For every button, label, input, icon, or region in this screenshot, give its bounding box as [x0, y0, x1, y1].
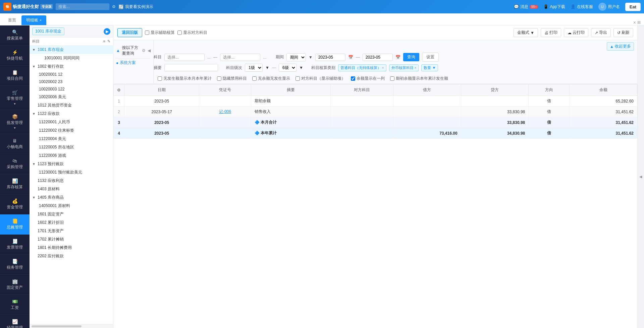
- initial-balance-checkbox-label[interactable]: 期初余额显示本年累计发生额: [390, 76, 448, 81]
- no-occur-checkbox[interactable]: [158, 76, 162, 81]
- sidebar-item-ecommerce[interactable]: 🖥 小畅电商: [0, 134, 30, 154]
- tree-node-11220001[interactable]: 11220001 人民币: [30, 118, 113, 126]
- tree-node-1405[interactable]: ▼ 1405 库存商品: [30, 193, 113, 202]
- sidebar-item-project[interactable]: 📋 项目合同: [0, 66, 30, 86]
- eat-button[interactable]: Eat: [625, 3, 641, 11]
- settings-icon[interactable]: ⚙: [112, 4, 116, 9]
- no-balance-checkbox[interactable]: [252, 76, 257, 81]
- top-search-input[interactable]: [56, 3, 109, 10]
- set-btn[interactable]: 设置: [422, 53, 439, 62]
- message-btn[interactable]: 💬 消息 99+: [514, 4, 538, 10]
- col-gear[interactable]: ⚙: [114, 84, 124, 96]
- tab-close-icon[interactable]: ×: [40, 18, 42, 22]
- print-btn[interactable]: 🖨 打印: [541, 28, 561, 37]
- tree-node-1012[interactable]: 1012 其他货币资金: [30, 101, 113, 110]
- window-expand-btn[interactable]: ⊞: [637, 20, 641, 25]
- foreign-tag-close-icon[interactable]: ×: [415, 66, 417, 70]
- tree-node-14050001[interactable]: 14050001 原材料: [30, 202, 113, 210]
- tree-node-10020002[interactable]: 10020002 23: [30, 78, 113, 85]
- sidebar-item-search[interactable]: 🔍 搜索菜单: [0, 25, 30, 46]
- tab-home[interactable]: 首页: [3, 15, 21, 25]
- sidebar-item-purchase[interactable]: 🛍 采购管理: [0, 154, 30, 174]
- sidebar-item-quick-nav[interactable]: ⚡ 快捷导航: [0, 46, 30, 66]
- tree-node-10020001[interactable]: 10020001 12: [30, 71, 113, 78]
- currency-btn[interactable]: 金额式 ▼: [514, 28, 538, 37]
- foreign-tag[interactable]: 外币核算科目 ×: [389, 64, 419, 71]
- tree-node-1403[interactable]: 1403 原材料: [30, 185, 113, 193]
- tree-node-1702[interactable]: 1702 累计摊销: [30, 235, 113, 244]
- tree-list-icon[interactable]: ≡: [103, 39, 105, 44]
- calendar-end-icon[interactable]: 📅: [395, 55, 400, 60]
- filter-left-arrow[interactable]: ◀: [148, 48, 151, 53]
- no-balance-checkbox-label[interactable]: 无余额无发生显示: [252, 76, 290, 81]
- sidebar-item-wholesale[interactable]: 📦 批发管理 ▼: [0, 110, 30, 134]
- tab-ledger[interactable]: 明细账 ×: [21, 15, 46, 25]
- tree-node-11220002[interactable]: 11220002 往来标签: [30, 126, 113, 135]
- sidebar-item-finance[interactable]: 💰 资金管理: [0, 194, 30, 214]
- tree-node-1123[interactable]: ▼ 1123 预付账款: [30, 160, 113, 168]
- demo-link[interactable]: 🔄 我要看实例演示: [118, 4, 153, 10]
- tree-node-10020003[interactable]: 10020003 122: [30, 85, 113, 93]
- subject-filter-input2[interactable]: [220, 54, 260, 61]
- app-download-btn[interactable]: 📱 App下载: [543, 4, 565, 10]
- sidebar-item-retail[interactable]: 🛒 零售管理 ▼: [0, 86, 30, 110]
- export-btn[interactable]: ↗ 导出: [591, 28, 611, 37]
- tree-selected-label[interactable]: 1001 库存现金: [32, 27, 64, 35]
- balance-in-one-checkbox-label[interactable]: 余额显示在一列: [351, 76, 385, 81]
- calendar-start-icon[interactable]: 📅: [348, 55, 353, 60]
- subject-tag-close-icon[interactable]: ×: [382, 66, 384, 70]
- user-area[interactable]: U 用户名: [598, 3, 620, 11]
- subject-check-tag[interactable]: 普通科目（无特殊核算） ×: [338, 64, 386, 71]
- opposite-subject-checkbox[interactable]: [296, 76, 300, 81]
- online-service-btn[interactable]: 👤 在线客服: [571, 4, 593, 10]
- period-end-input[interactable]: [363, 54, 393, 61]
- sidebar-item-invoice[interactable]: 🧾 发票管理: [0, 235, 30, 255]
- tree-node-1132[interactable]: 1132 应收利息: [30, 177, 113, 185]
- tree-node-11220006[interactable]: 11220006 游戏: [30, 151, 113, 160]
- initial-balance-checkbox[interactable]: [390, 76, 394, 81]
- subject-level-end-select[interactable]: 6级: [279, 64, 297, 72]
- period-start-input[interactable]: [315, 54, 345, 61]
- tree-node-1122[interactable]: ▼ 1122 应收款: [30, 110, 113, 118]
- subject-filter-input[interactable]: [164, 54, 205, 61]
- balance-in-one-checkbox[interactable]: [351, 76, 355, 81]
- right-collapse-panel[interactable]: ◀: [637, 25, 644, 328]
- tree-node-1601[interactable]: 1601 固定资产: [30, 210, 113, 218]
- return-old-btn[interactable]: 退回旧版: [117, 28, 142, 37]
- row-2-voucher[interactable]: 记-006: [199, 107, 251, 117]
- window-close-btn[interactable]: ×: [633, 20, 636, 25]
- tree-node-10010001[interactable]: 10010001 同同同同: [30, 54, 113, 62]
- quantity-tag[interactable]: 数量 ▼: [421, 64, 438, 71]
- hide-disable-checkbox-label[interactable]: 隐藏禁用科目: [217, 76, 247, 81]
- sidebar-item-inventory[interactable]: 📊 库存核算: [0, 174, 30, 194]
- sidebar-item-salary[interactable]: 💵 工资: [0, 295, 30, 315]
- tree-node-11230001[interactable]: 11230001 预付账款美元: [30, 168, 113, 177]
- tree-edit-icon[interactable]: ✎: [107, 39, 110, 44]
- tree-navigate-btn[interactable]: ▶: [104, 28, 110, 35]
- show-aux-check-label[interactable]: 显示辅助核算: [145, 30, 175, 36]
- subject-level-start-select[interactable]: 1级: [245, 64, 263, 72]
- sidebar-item-ledger[interactable]: 📒 总账管理: [0, 214, 30, 235]
- show-opposite-check-label[interactable]: 显示对方科目: [177, 30, 207, 36]
- tree-node-1801[interactable]: 1801 长期待摊费用: [30, 244, 113, 252]
- query-btn[interactable]: 查询: [403, 53, 419, 61]
- system-scheme-btn[interactable]: ● 系统方案: [116, 59, 151, 67]
- period-type-select[interactable]: 期间: [286, 53, 306, 61]
- collapse-more-btn[interactable]: ▲ 收起更多: [607, 42, 634, 51]
- tree-node-2202[interactable]: 2202 应付账款: [30, 252, 113, 260]
- hide-disable-checkbox[interactable]: [217, 76, 221, 81]
- sidebar-item-operations[interactable]: 📈 经营管理: [0, 315, 30, 328]
- settings-filter-icon[interactable]: ⚙: [142, 48, 146, 53]
- no-occur-checkbox-label[interactable]: 无发生额显示本月本年累计: [158, 76, 212, 81]
- show-opposite-checkbox[interactable]: [177, 30, 182, 35]
- tree-node-1002[interactable]: ▼ 1002 银行存款: [30, 62, 113, 71]
- sidebar-item-assets[interactable]: 🏢 固定资产: [0, 275, 30, 295]
- tree-node-11220004[interactable]: 11220004 美元: [30, 135, 113, 143]
- tree-node-10020006[interactable]: 10020006 美元: [30, 93, 113, 101]
- show-aux-checkbox[interactable]: [145, 30, 149, 35]
- summary-input[interactable]: [164, 64, 218, 71]
- sidebar-item-tax[interactable]: 📑 税务管理: [0, 255, 30, 275]
- tree-node-1602[interactable]: 1602 累计折旧: [30, 218, 113, 227]
- collapse-icon[interactable]: ▲: [116, 48, 120, 53]
- refresh-btn[interactable]: ↺ 刷新: [613, 28, 633, 37]
